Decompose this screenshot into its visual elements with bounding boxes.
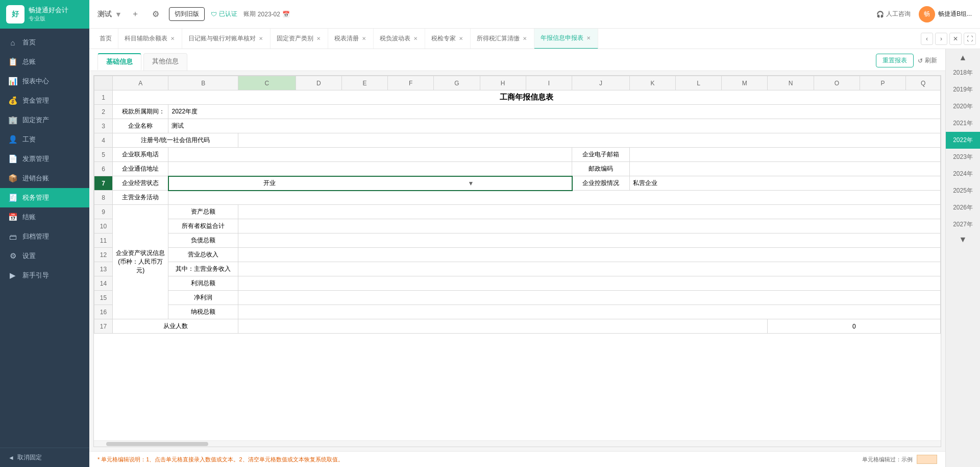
sidebar-item-report[interactable]: 📊报表中心 <box>0 72 89 91</box>
sidebar-item-home[interactable]: ⌂首页 <box>0 33 89 52</box>
year-item[interactable]: 2025年 <box>946 182 980 199</box>
sidebar-item-guide[interactable]: ▶新手引导 <box>0 266 89 285</box>
tab-close-btn[interactable]: ✕ <box>522 35 528 42</box>
cell-6-k[interactable] <box>629 162 940 176</box>
table-row: 3 企业名称 测试 <box>94 119 941 133</box>
subtab-right: 重置报表 ↺ 刷新 <box>876 54 937 71</box>
cell-11-c[interactable] <box>238 233 940 248</box>
cell-16-c[interactable] <box>238 305 940 319</box>
sidebar-item-purchase-sale[interactable]: 📦进销台账 <box>0 169 89 188</box>
cell-4-b[interactable] <box>238 133 940 148</box>
year-item[interactable]: 2027年 <box>946 216 980 233</box>
tab-fixed-asset-cat[interactable]: 固定资产类别✕ <box>271 29 328 49</box>
sidebar-item-ledger[interactable]: 📋总账 <box>0 52 89 72</box>
cell-10-c[interactable] <box>238 219 940 233</box>
company-selector[interactable]: 测试 ▼ <box>97 10 122 19</box>
tab-home[interactable]: 首页 <box>93 29 118 49</box>
cell-17-n[interactable]: 0 <box>768 319 941 334</box>
cell-13-c[interactable] <box>238 262 940 276</box>
tab-label: 年报信息申报表 <box>541 34 583 42</box>
cell-6-b[interactable] <box>168 162 572 176</box>
username-label: 畅捷通B组... <box>938 10 972 18</box>
tab-journal-bank[interactable]: 日记账与银行对账单核对✕ <box>182 29 271 49</box>
sheet-title-cell[interactable]: 工商年报信息表 <box>113 90 941 105</box>
cell-14-c[interactable] <box>238 276 940 291</box>
tab-annual-report[interactable]: 年报信息申报表✕ <box>534 29 598 49</box>
spreadsheet-wrapper: A B C D E F G H I J K L <box>93 75 941 447</box>
row-num-4: 4 <box>94 133 113 148</box>
tab-close-btn[interactable]: ✕ <box>361 35 367 42</box>
sheet-hscroll[interactable] <box>94 440 941 447</box>
tab-close-btn[interactable]: ✕ <box>315 35 322 42</box>
user-menu[interactable]: 畅 畅捷通B组... <box>919 6 972 22</box>
tab-close-btn[interactable]: ✕ <box>458 35 464 42</box>
switch-version-btn[interactable]: 切到旧版 <box>169 7 205 21</box>
cell-5-b[interactable] <box>168 148 572 162</box>
tab-close-btn[interactable]: ✕ <box>169 35 176 42</box>
year-item[interactable]: 2024年 <box>946 166 980 182</box>
year-scroll-down-btn[interactable]: ▼ <box>959 235 967 244</box>
hscroll-thumb[interactable] <box>106 442 208 446</box>
period-display[interactable]: 账期 2023-02 📅 <box>243 10 290 18</box>
sidebar-item-invoice[interactable]: 📄发票管理 <box>0 149 89 169</box>
cell-17-c[interactable] <box>238 319 768 334</box>
subtab-other[interactable]: 其他信息 <box>143 53 187 71</box>
sidebar-item-tax[interactable]: 🧾税务管理 <box>0 188 89 207</box>
sidebar-item-archive[interactable]: 🗃归档管理 <box>0 227 89 246</box>
year-item[interactable]: 2022年 <box>946 132 980 149</box>
sidebar-item-payroll[interactable]: 👤工资 <box>0 130 89 149</box>
tab-close-btn[interactable]: ✕ <box>258 35 264 42</box>
sidebar-item-label: 税务管理 <box>22 193 49 202</box>
cell-9-c[interactable] <box>238 205 940 219</box>
cell-12-c[interactable] <box>238 248 940 262</box>
cell-2-a[interactable]: 税款所属期间： <box>113 105 168 119</box>
tab-close-btn[interactable]: ✕ <box>585 34 592 42</box>
sidebar-item-fixed-asset[interactable]: 🏢固定资产 <box>0 110 89 130</box>
sidebar-item-label: 工资 <box>22 135 36 144</box>
tab-close-btn[interactable]: ✕ <box>412 35 419 42</box>
report-icon: 📊 <box>8 77 17 86</box>
sidebar-item-settings[interactable]: ⚙设置 <box>0 246 89 266</box>
tab-next-btn[interactable]: › <box>935 33 947 45</box>
tab-tax-expert[interactable]: 税检专家✕ <box>425 29 471 49</box>
year-item[interactable]: 2026年 <box>946 199 980 216</box>
cell-7-b-dropdown[interactable]: 开业 ▼ <box>168 176 572 191</box>
sidebar-item-close[interactable]: 📅结账 <box>0 207 89 227</box>
tab-aux-balance[interactable]: 科目辅助余额表✕ <box>118 29 182 49</box>
year-item[interactable]: 2019年 <box>946 81 980 98</box>
row-num-1: 1 <box>94 90 113 105</box>
year-item[interactable]: 2018年 <box>946 64 980 81</box>
spreadsheet-scroll[interactable]: A B C D E F G H I J K L <box>94 76 941 440</box>
year-panel-nav-bottom: ▼ <box>946 233 980 246</box>
cell-2-b[interactable]: 2022年度 <box>168 105 941 119</box>
cell-3-b[interactable]: 测试 <box>168 119 941 133</box>
tab-tax-clear[interactable]: 税表清册✕ <box>328 29 374 49</box>
tab-income-tax[interactable]: 所得税汇算清缴✕ <box>471 29 534 49</box>
tab-tax-wave[interactable]: 税负波动表✕ <box>374 29 425 49</box>
refresh-icon: ↺ <box>918 57 923 64</box>
col-header-b: B <box>168 76 238 90</box>
add-tab-btn[interactable]: ＋ <box>128 7 142 21</box>
cell-8-b[interactable] <box>168 191 941 205</box>
cell-15-c[interactable] <box>238 291 940 305</box>
cell-5-a: 企业联系电话 <box>113 148 168 162</box>
sidebar-item-fund[interactable]: 💰资金管理 <box>0 91 89 110</box>
year-scroll-up-btn[interactable]: ▲ <box>959 53 967 62</box>
col-header-o: O <box>814 76 860 90</box>
service-btn[interactable]: 🎧 人工咨询 <box>876 10 911 18</box>
year-item[interactable]: 2020年 <box>946 98 980 115</box>
col-header-m: M <box>722 76 768 90</box>
refresh-btn[interactable]: ↺ 刷新 <box>918 56 937 65</box>
tab-prev-btn[interactable]: ‹ <box>921 33 933 45</box>
subtab-basic[interactable]: 基础信息 <box>97 53 141 71</box>
year-item[interactable]: 2023年 <box>946 149 980 166</box>
settings-btn[interactable]: ⚙ <box>149 7 163 21</box>
cell-7-k[interactable]: 私营企业 <box>629 176 940 191</box>
tab-close-all-btn[interactable]: ✕ <box>949 33 962 45</box>
reset-report-btn[interactable]: 重置报表 <box>876 54 914 67</box>
home-icon: ⌂ <box>8 38 17 47</box>
tab-expand-btn[interactable]: ⛶ <box>964 33 976 45</box>
sidebar-collapse-btn[interactable]: ◄ 取消固定 <box>0 448 89 467</box>
year-item[interactable]: 2021年 <box>946 115 980 132</box>
cell-5-k[interactable] <box>629 148 940 162</box>
